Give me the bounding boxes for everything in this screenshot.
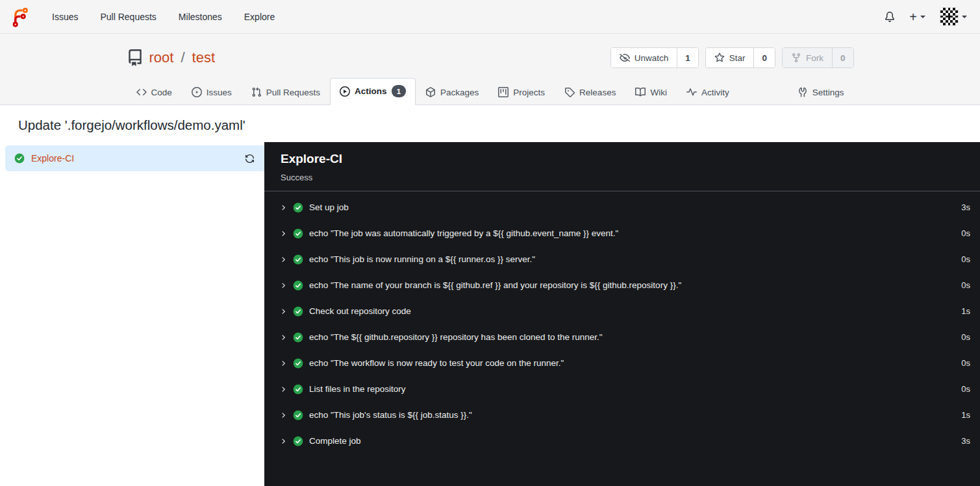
step-duration: 1s (961, 410, 970, 420)
tab-settings-label: Settings (812, 88, 844, 97)
star-button[interactable]: Star (706, 48, 754, 67)
step-duration: 3s (961, 436, 970, 446)
package-icon (425, 87, 436, 97)
forgejo-logo-icon[interactable] (10, 6, 32, 27)
watchers-count[interactable]: 1 (677, 48, 698, 67)
job-title: Explore-CI (281, 151, 964, 167)
tab-code[interactable]: Code (127, 80, 182, 105)
code-icon (136, 87, 147, 97)
chevron-right-icon (279, 256, 287, 263)
tab-pull-requests-label: Pull Requests (266, 88, 320, 97)
fork-icon (791, 53, 801, 63)
run-title: Update '.forgejo/workflows/demo.yaml' (0, 105, 980, 133)
step-name: Check out repository code (309, 306, 411, 316)
step-row[interactable]: Check out repository code 1s (264, 298, 980, 324)
issue-opened-icon (192, 87, 202, 97)
job-status: Success (281, 173, 964, 182)
step-name: List files in the repository (309, 384, 406, 394)
chevron-right-icon (279, 385, 287, 393)
navbar-right: + (885, 7, 967, 26)
tab-projects-label: Projects (513, 88, 545, 97)
step-row[interactable]: List files in the repository 0s (264, 376, 980, 402)
user-menu-button[interactable] (940, 7, 967, 26)
job-steps-list: Set up job 3s echo "The job was automati… (264, 191, 980, 454)
success-check-icon (14, 153, 25, 164)
watch-button-group: Unwatch 1 (610, 47, 699, 68)
step-name: echo "The workflow is now ready to test … (309, 358, 564, 368)
repo-name-link[interactable]: test (192, 49, 215, 66)
step-duration: 0s (961, 358, 970, 368)
success-check-icon (293, 280, 303, 291)
tab-wiki[interactable]: Wiki (625, 80, 677, 105)
tab-projects[interactable]: Projects (488, 80, 555, 105)
success-check-icon (293, 358, 303, 369)
tab-actions-label: Actions (355, 86, 387, 96)
tab-issues-label: Issues (207, 88, 232, 97)
chevron-right-icon (279, 359, 287, 367)
step-name: echo "The name of your branch is ${{ git… (309, 280, 681, 290)
repo-separator: / (181, 49, 184, 66)
tab-code-label: Code (151, 88, 172, 97)
step-duration: 0s (961, 384, 970, 394)
tab-activity-label: Activity (701, 88, 729, 97)
step-duration: 0s (961, 280, 970, 290)
jobs-sidebar: Explore-CI (0, 142, 264, 486)
tab-settings[interactable]: Settings (788, 80, 854, 105)
step-row[interactable]: echo "This job is now running on a ${{ r… (264, 247, 980, 273)
step-duration: 3s (961, 202, 970, 212)
success-check-icon (293, 228, 303, 239)
step-name: Set up job (309, 202, 349, 212)
chevron-down-icon (920, 16, 925, 18)
fork-button[interactable]: Fork (783, 48, 832, 67)
forks-count[interactable]: 0 (832, 48, 853, 67)
rerun-job-icon[interactable] (245, 154, 255, 164)
star-button-group: Star 0 (705, 47, 775, 68)
step-name: echo "This job is now running on a ${{ r… (309, 254, 535, 264)
step-row[interactable]: Complete job 3s (264, 428, 980, 454)
top-navbar: Issues Pull Requests Milestones Explore … (0, 0, 980, 34)
job-log-panel: Explore-CI Success Set up job 3s echo "T… (264, 142, 980, 486)
nav-item-milestones[interactable]: Milestones (168, 0, 233, 33)
step-row[interactable]: Set up job 3s (264, 195, 980, 221)
fork-button-group: Fork 0 (782, 47, 854, 68)
step-row[interactable]: echo "This job's status is ${{ job.statu… (264, 402, 980, 428)
repo-action-buttons: Unwatch 1 Star 0 Fork 0 (610, 47, 854, 68)
success-check-icon (293, 384, 303, 395)
success-check-icon (293, 436, 303, 446)
create-new-button[interactable]: + (909, 10, 925, 23)
plus-icon: + (909, 10, 917, 23)
fork-label: Fork (806, 53, 823, 63)
chevron-right-icon (279, 230, 287, 237)
step-row[interactable]: echo "The name of your branch is ${{ git… (264, 273, 980, 298)
nav-links: Issues Pull Requests Milestones Explore (41, 0, 286, 33)
tag-icon (564, 87, 575, 97)
step-row[interactable]: echo "The job was automatically triggere… (264, 221, 980, 247)
tab-packages[interactable]: Packages (416, 80, 488, 105)
tools-icon (798, 87, 808, 97)
chevron-right-icon (279, 437, 287, 445)
tab-releases[interactable]: Releases (555, 80, 625, 105)
tab-pull-requests[interactable]: Pull Requests (242, 80, 330, 105)
tab-releases-label: Releases (579, 88, 616, 97)
repo-tabs: Code Issues Pull Requests Actions 1 Pack… (127, 78, 854, 104)
step-duration: 0s (961, 228, 970, 238)
nav-item-explore[interactable]: Explore (233, 0, 286, 33)
repo-breadcrumb: root / test (127, 49, 216, 66)
nav-item-issues[interactable]: Issues (41, 0, 89, 33)
repo-owner-link[interactable]: root (149, 49, 174, 66)
tab-packages-label: Packages (440, 88, 479, 97)
tab-issues[interactable]: Issues (182, 80, 242, 105)
sidebar-job-explore-ci[interactable]: Explore-CI (5, 145, 264, 171)
stars-count[interactable]: 0 (753, 48, 775, 67)
notifications-bell-icon[interactable] (885, 12, 895, 22)
repo-header: root / test Unwatch 1 Star 0 (0, 34, 980, 105)
step-row[interactable]: echo "The ${{ github.repository }} repos… (264, 324, 980, 350)
step-row[interactable]: echo "The workflow is now ready to test … (264, 350, 980, 376)
nav-item-pull-requests[interactable]: Pull Requests (89, 0, 167, 33)
unwatch-button[interactable]: Unwatch (611, 48, 677, 67)
tab-actions[interactable]: Actions 1 (330, 78, 416, 105)
step-name: echo "The job was automatically triggere… (309, 228, 618, 238)
tab-activity[interactable]: Activity (677, 80, 739, 105)
step-name: echo "The ${{ github.repository }} repos… (309, 332, 603, 342)
step-duration: 0s (961, 332, 970, 342)
